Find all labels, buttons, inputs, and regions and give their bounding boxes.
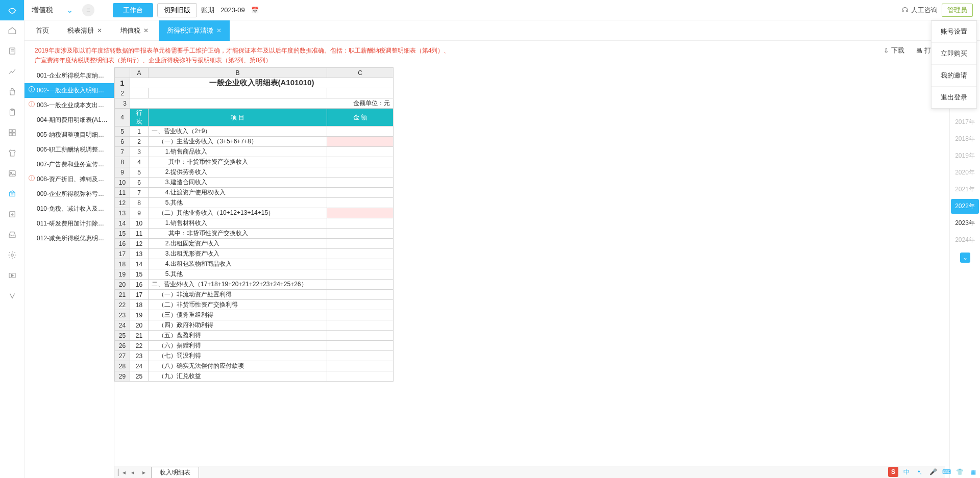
rail-image-icon[interactable]	[0, 163, 24, 184]
cell-amount[interactable]	[327, 341, 394, 351]
cell-amount[interactable]	[327, 167, 394, 178]
rail-video-icon[interactable]	[0, 265, 24, 286]
cell-amount[interactable]	[327, 351, 394, 361]
col-header[interactable]: A	[130, 68, 149, 78]
form-list-item[interactable]: 011-研发费用加计扣除优惠…	[24, 216, 114, 231]
cell-amount[interactable]	[327, 218, 394, 229]
cell-amount[interactable]	[327, 310, 394, 320]
switch-old-button[interactable]: 切到旧版	[157, 3, 197, 17]
cell-amount[interactable]	[327, 320, 394, 331]
row-header[interactable]: 11	[115, 188, 130, 198]
close-icon[interactable]: ✕	[216, 27, 222, 34]
tab-税表清册[interactable]: 税表清册✕	[59, 20, 110, 41]
form-list-item[interactable]: 004-期间费用明细表(A1040…	[24, 113, 114, 128]
workbench-button[interactable]: 工作台	[113, 3, 153, 17]
cell-amount[interactable]	[327, 229, 394, 239]
ime-lang-icon[interactable]: 中	[901, 467, 912, 477]
cell-amount[interactable]	[327, 371, 394, 382]
rail-bag-icon[interactable]	[0, 82, 24, 102]
cell-amount[interactable]	[327, 127, 394, 137]
user-menu-item[interactable]: 账号设置	[932, 21, 976, 42]
row-header[interactable]: 18	[115, 259, 130, 269]
rail-gear-icon[interactable]	[0, 245, 24, 265]
user-menu-item[interactable]: 我的邀请	[932, 64, 976, 86]
row-header[interactable]: 3	[115, 98, 130, 109]
close-icon[interactable]: ✕	[97, 27, 102, 34]
tab-增值税[interactable]: 增值税✕	[112, 20, 157, 41]
user-menu-item[interactable]: 立即购买	[932, 42, 976, 64]
period-value[interactable]: 2023-09	[220, 6, 245, 14]
cell-amount[interactable]	[327, 239, 394, 249]
cell-amount[interactable]	[327, 290, 394, 300]
col-header[interactable]: C	[327, 68, 394, 78]
tab-首页[interactable]: 首页	[28, 20, 57, 41]
cell-amount[interactable]	[327, 208, 394, 218]
row-header[interactable]: 26	[115, 341, 130, 351]
rail-tax-icon[interactable]	[0, 184, 24, 204]
row-header[interactable]: 5	[115, 127, 130, 137]
header-circle-icon[interactable]: ≡	[82, 4, 94, 16]
row-header[interactable]: 2	[115, 88, 130, 98]
year-item[interactable]: 2019年	[951, 148, 979, 163]
row-header[interactable]: 1	[115, 78, 130, 88]
row-header[interactable]: 7	[115, 147, 130, 157]
cell-amount[interactable]	[327, 188, 394, 198]
row-header[interactable]: 27	[115, 351, 130, 361]
year-item[interactable]: 2023年	[951, 216, 979, 231]
rail-chart-icon[interactable]	[0, 61, 24, 82]
row-header[interactable]: 6	[115, 137, 130, 147]
rail-home-icon[interactable]	[0, 20, 24, 41]
form-list-item[interactable]: 012-减免所得税优惠明细表(…	[24, 231, 114, 246]
rail-grid-icon[interactable]	[0, 122, 24, 143]
ime-punct-icon[interactable]: •,	[915, 467, 925, 477]
ime-mic-icon[interactable]: 🎤	[928, 467, 938, 477]
col-header[interactable]: B	[149, 68, 327, 78]
col-header[interactable]	[115, 68, 130, 78]
spreadsheet-grid[interactable]: ABC1一般企业收入明细表(A101010)23金额单位：元4行次项 目金 额5…	[114, 67, 945, 466]
rail-clipboard-icon[interactable]	[0, 102, 24, 122]
cell-amount[interactable]	[327, 147, 394, 157]
form-list-item[interactable]: 009-企业所得税弥补亏损明…	[24, 187, 114, 202]
cell-amount[interactable]	[327, 280, 394, 290]
cell-amount[interactable]	[327, 137, 394, 147]
form-list-item[interactable]: 005-纳税调整项目明细表(A1…	[24, 128, 114, 142]
form-list-item[interactable]: 006-职工薪酬纳税调整明细…	[24, 142, 114, 157]
row-header[interactable]: 25	[115, 331, 130, 341]
row-header[interactable]: 28	[115, 361, 130, 371]
close-icon[interactable]: ✕	[143, 27, 149, 34]
sheet-nav-prev-icon[interactable]: ◂	[129, 469, 137, 476]
row-header[interactable]: 22	[115, 300, 130, 310]
ime-shirt-icon[interactable]: 👕	[954, 467, 965, 477]
row-header[interactable]: 10	[115, 178, 130, 188]
year-item[interactable]: 2020年	[951, 165, 979, 180]
rail-v-icon[interactable]	[0, 286, 24, 306]
row-header[interactable]: 17	[115, 249, 130, 259]
year-item[interactable]: 2017年	[951, 115, 979, 130]
year-item[interactable]: 2021年	[951, 182, 979, 197]
form-list-item[interactable]: 007-广告费和业务宣传费跨…	[24, 157, 114, 172]
rail-doc-icon[interactable]	[0, 41, 24, 61]
form-list-item[interactable]: 001-企业所得税年度纳税申…	[24, 68, 114, 83]
year-more-icon[interactable]: ⌄	[960, 253, 970, 263]
rail-export-icon[interactable]	[0, 204, 24, 224]
admin-button[interactable]: 管理员	[942, 4, 973, 17]
row-header[interactable]: 19	[115, 269, 130, 280]
row-header[interactable]: 4	[115, 109, 130, 127]
row-header[interactable]: 8	[115, 157, 130, 167]
ime-sogou-icon[interactable]: S	[888, 467, 898, 477]
row-header[interactable]: 21	[115, 290, 130, 300]
sheet-nav-next-icon[interactable]: ▸	[140, 469, 148, 476]
row-header[interactable]: 12	[115, 198, 130, 208]
year-item[interactable]: 2022年	[951, 199, 979, 214]
year-item[interactable]: 2024年	[951, 233, 979, 247]
form-list-item[interactable]: !002-一般企业收入明细表(A1…	[24, 83, 114, 98]
row-header[interactable]: 29	[115, 371, 130, 382]
form-list-item[interactable]: !003-一般企业成本支出明细…	[24, 98, 114, 113]
cell-amount[interactable]	[327, 198, 394, 208]
year-item[interactable]: 2018年	[951, 132, 979, 146]
row-header[interactable]: 14	[115, 218, 130, 229]
cell-amount[interactable]	[327, 331, 394, 341]
form-list-item[interactable]: 010-免税、减计收入及加计…	[24, 202, 114, 216]
sheet-tab[interactable]: 收入明细表	[151, 467, 199, 478]
cell-amount[interactable]	[327, 249, 394, 259]
